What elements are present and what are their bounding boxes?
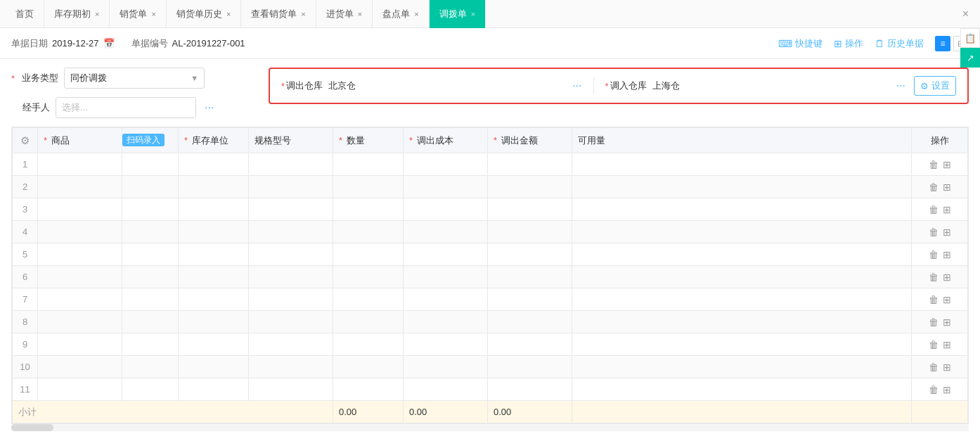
expand-icon: ↗ bbox=[967, 53, 974, 63]
copy-icon[interactable]: ⊞ bbox=[943, 204, 951, 215]
cell-available bbox=[572, 221, 912, 243]
cell-product[interactable] bbox=[38, 356, 122, 378]
cell-product[interactable] bbox=[38, 266, 122, 288]
handler-more-icon[interactable]: ··· bbox=[205, 101, 214, 114]
delete-icon[interactable]: 🗑 bbox=[929, 317, 939, 328]
cell-available bbox=[572, 198, 912, 221]
cell-qty bbox=[333, 243, 404, 266]
window-close-button[interactable]: × bbox=[957, 8, 974, 20]
delete-icon[interactable]: 🗑 bbox=[929, 159, 939, 170]
cell-unit bbox=[179, 243, 249, 266]
cell-cost bbox=[404, 221, 488, 243]
tab-purchase-close[interactable]: × bbox=[358, 10, 362, 18]
table-row: 5🗑⊞ bbox=[13, 243, 968, 266]
copy-icon[interactable]: ⊞ bbox=[943, 362, 951, 373]
cell-product[interactable] bbox=[38, 378, 122, 401]
tab-view-sales[interactable]: 查看销货单 × bbox=[241, 0, 316, 28]
shortcuts-icon: ⌨ bbox=[778, 38, 792, 49]
copy-icon[interactable]: ⊞ bbox=[943, 181, 951, 193]
subtotal-row: 小计 0.00 0.00 0.00 bbox=[13, 401, 968, 423]
delete-icon[interactable]: 🗑 bbox=[929, 249, 939, 260]
cell-product[interactable] bbox=[38, 176, 122, 198]
tab-stocktake-close[interactable]: × bbox=[414, 10, 418, 18]
settings-button[interactable]: ⚙ 设置 bbox=[914, 76, 956, 96]
main-table: ⚙ * 商品 扫码录入 * 库存单位 规格型号 * 数量 bbox=[12, 127, 968, 423]
handler-select[interactable]: 选择... bbox=[56, 97, 196, 118]
delete-icon[interactable]: 🗑 bbox=[929, 362, 939, 373]
tab-inventory-init-close[interactable]: × bbox=[95, 10, 99, 18]
settings-icon: ⚙ bbox=[920, 81, 929, 91]
cell-spec bbox=[249, 356, 333, 378]
dest-warehouse-more-icon[interactable]: ··· bbox=[896, 79, 905, 92]
tab-home[interactable]: 首页 bbox=[6, 0, 44, 28]
delete-icon[interactable]: 🗑 bbox=[929, 181, 939, 193]
tab-transfer-close[interactable]: × bbox=[471, 10, 475, 18]
delete-icon[interactable]: 🗑 bbox=[929, 272, 939, 283]
delete-icon[interactable]: 🗑 bbox=[929, 339, 939, 350]
tab-sales-order[interactable]: 销货单 × bbox=[110, 0, 166, 28]
cell-product[interactable] bbox=[38, 153, 122, 176]
right-panel-expand-button[interactable]: ↗ bbox=[960, 48, 980, 68]
table-row: 4🗑⊞ bbox=[13, 221, 968, 243]
row-num: 4 bbox=[13, 221, 38, 243]
table-row: 10🗑⊞ bbox=[13, 356, 968, 378]
copy-icon[interactable]: ⊞ bbox=[943, 249, 951, 260]
scrollbar-thumb[interactable] bbox=[11, 424, 53, 431]
cell-product[interactable] bbox=[38, 221, 122, 243]
copy-icon[interactable]: ⊞ bbox=[943, 159, 951, 170]
right-panel-notes-button[interactable]: 📋 bbox=[960, 28, 980, 48]
copy-icon[interactable]: ⊞ bbox=[943, 227, 951, 238]
tab-stocktake[interactable]: 盘点单 × bbox=[373, 0, 429, 28]
scan-button[interactable]: 扫码录入 bbox=[122, 134, 165, 146]
col-scan: 扫码录入 bbox=[122, 128, 179, 153]
col-available: 可用量 bbox=[572, 128, 912, 153]
tab-transfer[interactable]: 调拨单 × bbox=[430, 0, 486, 28]
cell-qty bbox=[333, 356, 404, 378]
cell-product[interactable] bbox=[38, 333, 122, 356]
delete-icon[interactable]: 🗑 bbox=[929, 384, 939, 395]
business-type-row: * 业务类型 同价调拨 ▼ bbox=[11, 68, 257, 89]
cell-amount bbox=[488, 243, 572, 266]
cell-product[interactable] bbox=[38, 243, 122, 266]
delete-icon[interactable]: 🗑 bbox=[929, 227, 939, 238]
source-warehouse-more-icon[interactable]: ··· bbox=[572, 79, 581, 92]
cell-scan bbox=[122, 356, 179, 378]
dest-warehouse-value: 上海仓 bbox=[652, 79, 680, 92]
toolbar: 单据日期 2019-12-27 📅 单据编号 AL-20191227-001 ⌨… bbox=[0, 28, 980, 59]
copy-icon[interactable]: ⊞ bbox=[943, 272, 951, 283]
tab-sales-history-close[interactable]: × bbox=[226, 10, 231, 18]
cell-product[interactable] bbox=[38, 288, 122, 311]
cell-actions: 🗑⊞ bbox=[912, 198, 968, 221]
delete-icon[interactable]: 🗑 bbox=[929, 204, 939, 215]
view-list-button[interactable]: ≡ bbox=[935, 36, 950, 51]
cell-available bbox=[572, 333, 912, 356]
tab-sales-order-close[interactable]: × bbox=[151, 10, 155, 18]
table-container: ⚙ * 商品 扫码录入 * 库存单位 规格型号 * 数量 bbox=[11, 127, 969, 424]
copy-icon[interactable]: ⊞ bbox=[943, 339, 951, 350]
gear-icon[interactable]: ⚙ bbox=[20, 134, 30, 146]
shortcuts-button[interactable]: ⌨ 快捷键 bbox=[778, 37, 823, 50]
copy-icon[interactable]: ⊞ bbox=[943, 384, 951, 395]
tab-view-sales-close[interactable]: × bbox=[301, 10, 305, 18]
cell-cost bbox=[404, 198, 488, 221]
date-label: 单据日期 bbox=[11, 37, 48, 50]
tab-sales-history[interactable]: 销货单历史 × bbox=[167, 0, 241, 28]
business-type-select[interactable]: 同价调拨 ▼ bbox=[64, 68, 205, 89]
cell-product[interactable] bbox=[38, 198, 122, 221]
tab-purchase[interactable]: 进货单 × bbox=[316, 0, 373, 28]
cell-available bbox=[572, 266, 912, 288]
row-num: 9 bbox=[13, 333, 38, 356]
horizontal-scrollbar[interactable] bbox=[11, 424, 969, 431]
delete-icon[interactable]: 🗑 bbox=[929, 294, 939, 305]
source-warehouse-value: 北京仓 bbox=[328, 79, 356, 92]
tab-inventory-init[interactable]: 库存期初 × bbox=[44, 0, 110, 28]
calendar-icon[interactable]: 📅 bbox=[103, 38, 115, 49]
copy-icon[interactable]: ⊞ bbox=[943, 317, 951, 328]
row-num: 6 bbox=[13, 266, 38, 288]
business-type-required: * bbox=[11, 73, 15, 84]
history-button[interactable]: 🗒 历史单据 bbox=[875, 37, 924, 50]
cell-scan bbox=[122, 266, 179, 288]
copy-icon[interactable]: ⊞ bbox=[943, 294, 951, 305]
cell-product[interactable] bbox=[38, 311, 122, 333]
operations-button[interactable]: ⊞ 操作 bbox=[834, 37, 863, 50]
